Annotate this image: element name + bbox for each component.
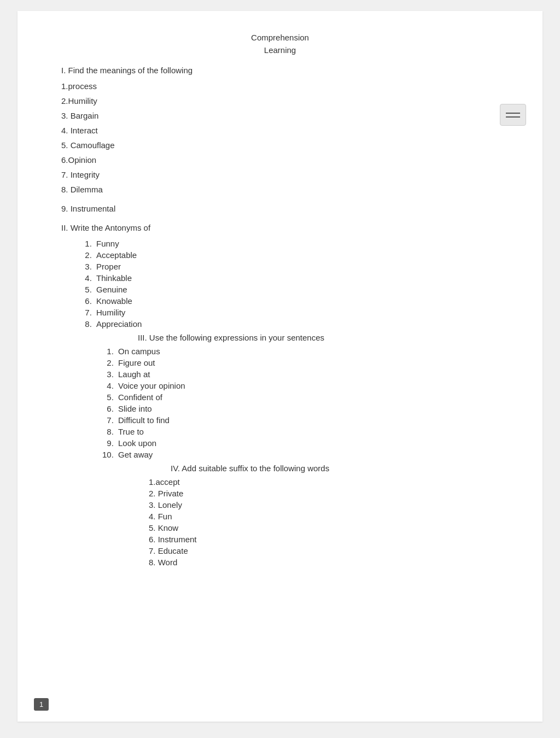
list-item: Difficult to find: [116, 415, 499, 425]
list-item: Laugh at: [116, 370, 499, 379]
list-item: Look upon: [116, 438, 499, 448]
list-item: 9. Instrumental: [61, 204, 499, 213]
page-container: Comprehension Learning I. Find the meani…: [18, 11, 542, 722]
section3-heading: III. Use the following expressions in yo…: [61, 333, 499, 342]
list-item: 3. Lonely: [149, 500, 499, 509]
list-item: 2.Humility: [61, 96, 499, 106]
antonyms-list: Funny Acceptable Proper Thinkable Genuin…: [61, 239, 499, 329]
list-item: Funny: [94, 239, 499, 248]
list-item: 4. Fun: [149, 512, 499, 521]
list-item: 2. Private: [149, 489, 499, 498]
page-title: Comprehension: [61, 33, 499, 42]
list-item: 6. Instrument: [149, 535, 499, 544]
list-item: Get away: [116, 450, 499, 459]
list-item: 6.Opinion: [61, 155, 499, 165]
section4-heading: IV. Add suitable suffix to the following…: [61, 464, 499, 473]
list-item: Proper: [94, 262, 499, 271]
section2-heading: II. Write the Antonyms of: [61, 223, 499, 232]
list-item: Knowable: [94, 296, 499, 306]
suffix-list: 1.accept 2. Private 3. Lonely 4. Fun 5. …: [61, 477, 499, 567]
list-item: Humility: [94, 308, 499, 317]
list-item: 7. Educate: [149, 546, 499, 555]
section1-heading: I. Find the meanings of the following: [61, 66, 499, 75]
menu-line-2: [506, 116, 520, 118]
list-item: 5. Know: [149, 523, 499, 532]
list-item: 3. Bargain: [61, 111, 499, 120]
list-item: Thinkable: [94, 273, 499, 283]
list-item: 1.process: [61, 81, 499, 91]
list-item: True to: [116, 427, 499, 436]
list-item: Slide into: [116, 404, 499, 413]
list-item: Appreciation: [94, 319, 499, 329]
list-item: Figure out: [116, 358, 499, 367]
list-item: On campus: [116, 347, 499, 356]
list-item: Voice your opinion: [116, 381, 499, 390]
expressions-list: On campus Figure out Laugh at Voice your…: [61, 347, 499, 459]
list-item: Genuine: [94, 285, 499, 294]
list-item: 5. Camouflage: [61, 140, 499, 150]
list-item: Confident of: [116, 393, 499, 402]
list-item: 1.accept: [149, 477, 499, 487]
list-item: Acceptable: [94, 250, 499, 260]
page-subtitle: Learning: [61, 45, 499, 55]
list-item: 7. Integrity: [61, 170, 499, 179]
page-number: 1: [34, 698, 49, 711]
menu-line-1: [506, 113, 520, 114]
list-item: 8. Word: [149, 558, 499, 567]
list-item: 4. Interact: [61, 126, 499, 135]
list-item: 8. Dilemma: [61, 185, 499, 194]
menu-icon[interactable]: [500, 104, 526, 126]
